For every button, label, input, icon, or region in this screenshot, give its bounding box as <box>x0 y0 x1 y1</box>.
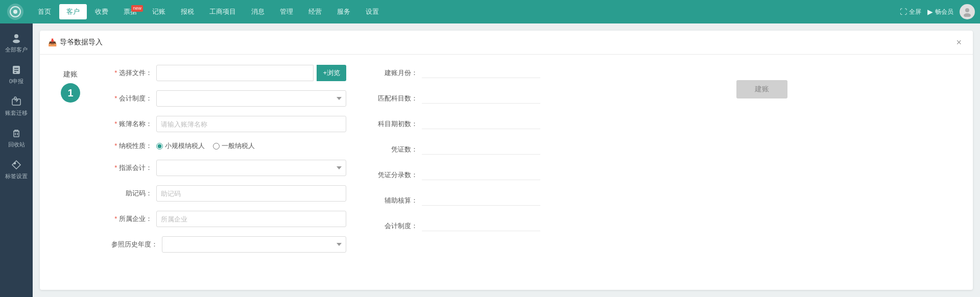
affiliated-company-row: 所属企业： <box>111 211 346 227</box>
nav-item-services[interactable]: 服务 <box>330 4 357 19</box>
sidebar-item-recycle[interactable]: 回收站 <box>2 123 31 153</box>
step-label: 建账 <box>63 70 78 79</box>
vip-button[interactable]: ▶ 畅会员 <box>927 8 953 16</box>
sidebar-item-declare[interactable]: 0申报 <box>2 60 31 89</box>
memo-code-row: 助记码： <box>111 185 346 202</box>
nav-item-management[interactable]: 管理 <box>273 4 300 19</box>
tag-settings-icon <box>11 159 22 170</box>
match-subjects-value <box>422 93 540 104</box>
create-month-label: 建账月份： <box>367 68 418 78</box>
app-logo[interactable] <box>5 2 26 22</box>
svg-point-0 <box>965 8 969 12</box>
dialog-body: 建账 1 选择文件： +浏览 会计制度： <box>40 55 973 272</box>
dialog-container: 📥 导爷数据导入 × 建账 1 选择文件： <box>40 31 973 290</box>
accounting-system2-label: 会计制度： <box>367 221 418 231</box>
voucher-records-row: 凭证分录数： <box>367 167 540 183</box>
radio-general-taxpayer-input[interactable] <box>213 143 220 150</box>
file-input-row: +浏览 <box>156 65 346 81</box>
accounting-system-select[interactable] <box>156 90 346 107</box>
file-select-row: 选择文件： +浏览 <box>111 65 346 81</box>
top-navigation: 首页 客户 收费 票据 new 记账 报税 工商项目 消息 管理 经营 服务 设… <box>0 0 980 23</box>
nav-item-invoices[interactable]: 票据 new <box>116 4 144 19</box>
nav-item-ledger[interactable]: 记账 <box>145 4 173 19</box>
aux-accounting-value <box>422 195 540 206</box>
sidebar-item-account-migrate[interactable]: 账套迁移 <box>2 92 31 121</box>
ledger-name-row: 账簿名称： <box>111 116 346 132</box>
ref-history-year-select[interactable] <box>162 236 346 253</box>
svg-point-2 <box>14 34 18 38</box>
affiliated-company-label: 所属企业： <box>111 214 152 224</box>
nav-item-messages[interactable]: 消息 <box>244 4 272 19</box>
close-button[interactable]: × <box>953 37 965 48</box>
dialog-header: 📥 导爷数据导入 × <box>40 31 973 55</box>
accounting-system-label: 会计制度： <box>111 94 152 103</box>
affiliated-company-input[interactable] <box>156 211 346 227</box>
memo-code-input[interactable] <box>156 185 346 202</box>
nav-item-finance[interactable]: 经营 <box>301 4 329 19</box>
all-clients-icon <box>11 33 22 44</box>
assign-accountant-select[interactable] <box>156 160 346 176</box>
file-label: 选择文件： <box>111 68 152 78</box>
nav-item-tax[interactable]: 报税 <box>174 4 201 19</box>
voucher-count-row: 凭证数： <box>367 141 540 158</box>
ledger-name-input[interactable] <box>156 116 346 132</box>
radio-small-taxpayer-input[interactable] <box>156 143 163 150</box>
nav-badge-new: new <box>131 5 143 12</box>
match-subjects-row: 匹配科目数： <box>367 90 540 107</box>
ledger-name-label: 账簿名称： <box>111 119 152 129</box>
svg-point-12 <box>14 163 16 164</box>
declare-icon <box>11 64 22 76</box>
main-layout: 全部客户 0申报 账套迁移 回收站 标签设置 <box>0 23 980 297</box>
assign-accountant-label: 指派会计： <box>111 163 152 172</box>
accounting-system2-value <box>422 221 540 231</box>
tax-nature-row: 纳税性质： 小规模纳税人 一般纳税人 <box>111 141 346 151</box>
memo-code-label: 助记码： <box>111 189 152 198</box>
fullscreen-icon: ⛶ <box>900 8 907 16</box>
nav-right-area: ⛶ 全屏 ▶ 畅会员 <box>900 4 975 19</box>
ref-history-year-row: 参照历史年度： <box>111 236 346 253</box>
browse-button[interactable]: +浏览 <box>317 65 346 81</box>
svg-point-3 <box>13 40 20 43</box>
nav-item-bizprojects[interactable]: 工商项目 <box>202 4 243 19</box>
voucher-count-value <box>422 144 540 155</box>
avatar[interactable] <box>960 4 975 19</box>
aux-accounting-label: 辅助核算： <box>367 196 418 205</box>
nav-item-home[interactable]: 首页 <box>31 4 58 19</box>
step-section: 建账 1 <box>40 65 101 262</box>
period-init-row: 科目期初数： <box>367 116 540 132</box>
recycle-icon <box>11 128 22 139</box>
ref-history-year-label: 参照历史年度： <box>111 240 158 249</box>
info-panel: 建账月份： 匹配科目数： 科目期初数： 凭证数： <box>356 65 551 262</box>
match-subjects-label: 匹配科目数： <box>367 94 418 103</box>
nav-item-settings[interactable]: 设置 <box>358 4 386 19</box>
form-section: 选择文件： +浏览 会计制度： <box>101 65 356 262</box>
dialog-title: 📥 导爷数据导入 <box>48 38 103 47</box>
voucher-records-label: 凭证分录数： <box>367 170 418 180</box>
svg-rect-9 <box>14 131 19 137</box>
svg-point-1 <box>964 13 971 17</box>
create-account-button[interactable]: 建账 <box>736 80 787 98</box>
period-init-value <box>422 119 540 129</box>
radio-general-taxpayer[interactable]: 一般纳税人 <box>213 141 255 151</box>
tax-nature-radio-group: 小规模纳税人 一般纳税人 <box>156 141 255 151</box>
nav-menu: 首页 客户 收费 票据 new 记账 报税 工商项目 消息 管理 经营 服务 设… <box>31 4 900 19</box>
sidebar-item-tag-settings[interactable]: 标签设置 <box>2 155 31 184</box>
nav-item-customers[interactable]: 客户 <box>59 4 87 19</box>
create-btn-area: 建账 <box>551 65 973 262</box>
content-area: 📥 导爷数据导入 × 建账 1 选择文件： <box>33 23 980 297</box>
fullscreen-button[interactable]: ⛶ 全屏 <box>900 8 921 16</box>
sidebar-item-all-clients[interactable]: 全部客户 <box>2 29 31 58</box>
accounting-system2-row: 会计制度： <box>367 218 540 234</box>
voucher-records-value <box>422 170 540 180</box>
file-text-input[interactable] <box>156 65 314 81</box>
nav-item-billing[interactable]: 收费 <box>88 4 115 19</box>
tax-nature-label: 纳税性质： <box>111 141 152 151</box>
import-icon: 📥 <box>48 38 57 46</box>
aux-accounting-row: 辅助核算： <box>367 192 540 209</box>
step-number: 1 <box>61 83 80 103</box>
period-init-label: 科目期初数： <box>367 119 418 129</box>
voucher-count-label: 凭证数： <box>367 145 418 154</box>
radio-small-taxpayer[interactable]: 小规模纳税人 <box>156 141 205 151</box>
vip-icon: ▶ <box>927 8 933 16</box>
create-month-value <box>422 68 540 78</box>
